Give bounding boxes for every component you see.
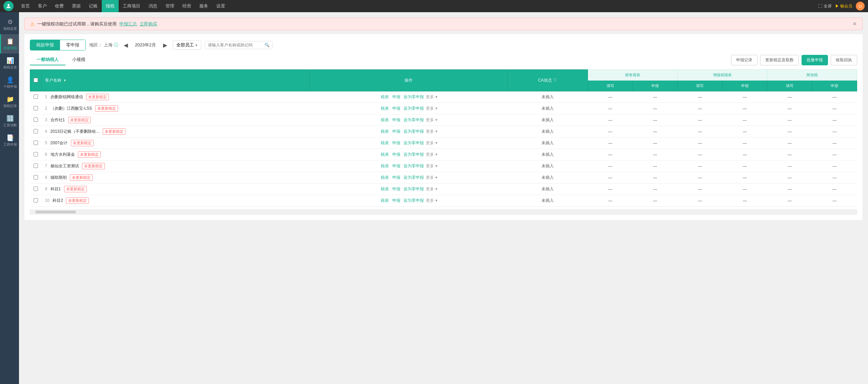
sidebar-item-business-report[interactable]: 📑 工商年报 xyxy=(0,131,19,150)
action-tax-4[interactable]: 税表 xyxy=(381,141,389,145)
action-apply-9[interactable]: 申报 xyxy=(392,198,400,203)
action-tax-0[interactable]: 税表 xyxy=(381,94,389,99)
row-checkbox-7[interactable] xyxy=(34,175,38,179)
client-name-7[interactable]: 辅助期初 xyxy=(51,175,67,180)
nav-home[interactable]: 首页 xyxy=(17,0,34,12)
nav-tax[interactable]: 报税 xyxy=(102,0,119,12)
employee-selector[interactable]: 全部员工 ▾ xyxy=(173,40,201,50)
action-zero-7[interactable]: 设为零申报 xyxy=(403,175,424,180)
action-apply-4[interactable]: 申报 xyxy=(392,141,400,145)
action-zero-6[interactable]: 设为零申报 xyxy=(403,164,424,168)
action-tax-3[interactable]: 税表 xyxy=(381,129,389,134)
action-apply-1[interactable]: 申报 xyxy=(392,106,400,111)
action-more-9[interactable]: 更多 ▾ xyxy=(426,198,437,203)
sidebar-item-tax-record[interactable]: 📁 报税记录 xyxy=(0,92,19,111)
action-apply-6[interactable]: 申报 xyxy=(392,164,400,168)
nav-invoice[interactable]: 票据 xyxy=(68,0,85,12)
sidebar-item-personal-tax[interactable]: 👤 个税申报 xyxy=(0,73,19,92)
retrieve-btn[interactable]: 收取回执 xyxy=(831,55,857,65)
action-apply-2[interactable]: 申报 xyxy=(392,118,400,122)
action-zero-4[interactable]: 设为零申报 xyxy=(403,141,424,145)
action-zero-8[interactable]: 设为零申报 xyxy=(403,187,424,191)
row-checkbox-0[interactable] xyxy=(34,94,38,99)
search-input[interactable] xyxy=(208,43,263,47)
action-more-2[interactable]: 更多 ▾ xyxy=(426,118,437,122)
update-tax-btn[interactable]: 更新税定及取数 xyxy=(760,55,799,65)
action-more-4[interactable]: 更多 ▾ xyxy=(426,141,437,145)
select-all-checkbox[interactable] xyxy=(34,78,38,82)
action-more-3[interactable]: 更多 ▾ xyxy=(426,129,437,134)
action-apply-8[interactable]: 申报 xyxy=(392,187,400,191)
row-checkbox-2[interactable] xyxy=(34,118,38,122)
action-zero-3[interactable]: 设为零申报 xyxy=(403,129,424,134)
action-more-7[interactable]: 更多 ▾ xyxy=(426,175,437,180)
client-name-8[interactable]: 科目1 xyxy=(51,187,61,191)
client-name-6[interactable]: 杨仙女工资测试 xyxy=(51,164,79,168)
vip-btn[interactable]: ▶ 畅会员 xyxy=(835,3,852,9)
sidebar-item-batch-tax[interactable]: 📋 批量报税 xyxy=(0,34,19,54)
action-apply-5[interactable]: 申报 xyxy=(392,152,400,157)
action-more-8[interactable]: 更多 ▾ xyxy=(426,187,437,191)
action-zero-9[interactable]: 设为零申报 xyxy=(403,198,424,203)
tab-small-taxpayer[interactable]: 小规模 xyxy=(65,55,92,65)
date-prev-btn[interactable]: ◀ xyxy=(122,41,130,49)
row-checkbox-3[interactable] xyxy=(34,129,38,133)
row-checkbox-5[interactable] xyxy=(34,152,38,156)
logo[interactable] xyxy=(3,1,14,11)
nav-service[interactable]: 服务 xyxy=(195,0,212,12)
sidebar-item-tax-settings[interactable]: ⚙ 报税设置 xyxy=(0,15,19,34)
nav-bookkeeping[interactable]: 记账 xyxy=(85,0,102,12)
action-zero-5[interactable]: 设为零申报 xyxy=(403,152,424,157)
action-apply-3[interactable]: 申报 xyxy=(392,129,400,134)
sidebar-item-calc-clear[interactable]: 🔢 汇算清数 xyxy=(0,111,19,131)
action-more-1[interactable]: 更多 ▾ xyxy=(426,106,437,111)
action-tax-1[interactable]: 税表 xyxy=(381,106,389,111)
row-checkbox-1[interactable] xyxy=(34,106,38,110)
horizontal-scrollbar[interactable] xyxy=(35,211,76,213)
notification-link1[interactable]: 申报汇总 xyxy=(119,21,137,27)
action-zero-1[interactable]: 设为零申报 xyxy=(403,106,424,111)
client-name-1[interactable]: （勿删）江西酸宝-LSS xyxy=(51,106,92,111)
action-more-0[interactable]: 更多 ▾ xyxy=(426,94,437,99)
tab-zero-report[interactable]: 零申报 xyxy=(60,40,85,50)
nav-admin[interactable]: 管理 xyxy=(161,0,178,12)
client-name-3[interactable]: 2013日记账（不要删除哈... xyxy=(51,129,100,134)
client-name-9[interactable]: 科目2 xyxy=(53,198,63,203)
action-zero-2[interactable]: 设为零申报 xyxy=(403,118,424,122)
sidebar-item-tax-overview[interactable]: 📊 报税总览 xyxy=(0,54,19,73)
tab-general-taxpayer[interactable]: 一般纳税人 xyxy=(30,55,65,65)
action-more-6[interactable]: 更多 ▾ xyxy=(426,164,437,168)
client-name-4[interactable]: 2007会计 xyxy=(51,141,68,145)
action-apply-7[interactable]: 申报 xyxy=(392,175,400,180)
fullscreen-btn[interactable]: ⛶ 全屏 xyxy=(818,3,831,9)
action-tax-5[interactable]: 税表 xyxy=(381,152,389,157)
nav-settings[interactable]: 设置 xyxy=(212,0,229,12)
nav-customer[interactable]: 客户 xyxy=(34,0,51,12)
nav-billing[interactable]: 收费 xyxy=(51,0,68,12)
action-tax-8[interactable]: 税表 xyxy=(381,187,389,191)
notification-close[interactable]: ✕ xyxy=(852,21,857,27)
nav-messages[interactable]: 消息 xyxy=(144,0,161,12)
row-checkbox-6[interactable] xyxy=(34,164,38,168)
client-name-2[interactable]: 合作社1 xyxy=(51,118,65,122)
client-name-5[interactable]: 地方水利基金 xyxy=(51,152,75,157)
tab-tax-declare[interactable]: 税款申报 xyxy=(30,40,60,50)
nav-business[interactable]: 工商项目 xyxy=(119,0,144,12)
notification-link2[interactable]: 立即购买 xyxy=(140,21,157,27)
action-apply-0[interactable]: 申报 xyxy=(392,94,400,99)
action-tax-2[interactable]: 税表 xyxy=(381,118,389,122)
search-icon[interactable]: 🔍 xyxy=(264,43,270,47)
action-tax-6[interactable]: 税表 xyxy=(381,164,389,168)
avatar[interactable]: U xyxy=(856,2,865,10)
action-more-5[interactable]: 更多 ▾ xyxy=(426,152,437,157)
client-name-0[interactable]: 勿删新锐网络通信 xyxy=(51,94,83,99)
row-checkbox-8[interactable] xyxy=(34,187,38,191)
action-zero-0[interactable]: 设为零申报 xyxy=(403,94,424,99)
batch-apply-btn[interactable]: 批量申报 xyxy=(802,55,828,65)
row-checkbox-4[interactable] xyxy=(34,141,38,145)
action-tax-9[interactable]: 税表 xyxy=(381,198,389,203)
date-next-btn[interactable]: ▶ xyxy=(161,41,169,49)
action-tax-7[interactable]: 税表 xyxy=(381,175,389,180)
nav-finance[interactable]: 经营 xyxy=(178,0,195,12)
row-checkbox-9[interactable] xyxy=(34,198,38,202)
